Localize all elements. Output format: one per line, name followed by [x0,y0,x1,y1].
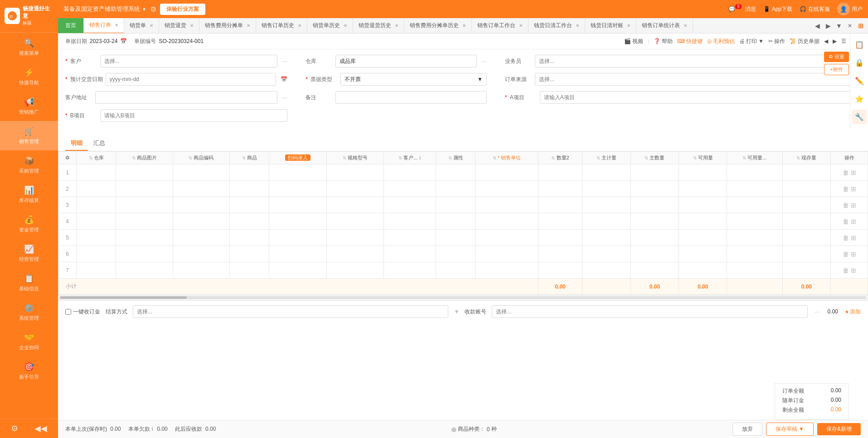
sidebar-settings-icon[interactable]: ⚙ [11,424,18,433]
tab-nav-next[interactable]: ▶ [824,21,833,30]
b-project-input[interactable] [100,109,287,122]
row-warehouse-1[interactable] [77,164,116,181]
address-more-icon[interactable]: ··· [282,94,287,101]
message-item[interactable]: 💬 9 消息 [728,5,756,13]
tab-nav-expand[interactable]: ⊞ [856,21,865,30]
a-project-input[interactable] [540,91,861,104]
sidebar-item-finance[interactable]: 💰 资金管理 [0,209,58,239]
tab-close-icon[interactable]: ✕ [627,23,630,28]
help-btn[interactable]: ❓ 帮助 [654,38,673,45]
calendar2-icon[interactable]: 📅 [281,76,287,82]
tab-close-icon[interactable]: ✕ [576,23,579,28]
settings-action-btn[interactable]: ⚙ 设置 [824,52,849,62]
row-main-unit-1[interactable] [582,164,630,181]
print-dropdown-icon[interactable]: ▼ [758,38,764,44]
tab-nav-menu[interactable]: ▼ [834,21,844,30]
right-panel-btn-2[interactable]: 🔒 [852,55,867,70]
receipt-more-icon[interactable]: ··· [815,308,820,315]
row-spec-1[interactable] [327,164,383,181]
sidebar-item-base[interactable]: 📋 基础信息 [0,268,58,298]
delete-icon-5[interactable]: 🗑 [843,234,849,241]
save-new-button[interactable]: 保存&新增 [817,423,861,435]
tab-order-workbench[interactable]: 销售订单工作台 ✕ [472,18,529,34]
row-available-1[interactable] [679,164,727,181]
note-input[interactable] [335,91,487,104]
row-stock-1[interactable] [782,164,830,181]
shortcut-btn[interactable]: ⌨ 快捷键 [677,38,703,45]
tab-daily-workbench[interactable]: 钱货日清工作台 ✕ [529,18,585,34]
one-click-checkbox-input[interactable] [65,309,71,315]
tab-close-icon[interactable]: ✕ [462,23,466,28]
tab-sales-order[interactable]: 销售订单 ✕ [84,18,124,34]
copy-icon-1[interactable]: ⊞ [851,169,856,176]
right-panel-btn-5[interactable]: 🔧 [852,110,867,124]
save-draft-button[interactable]: 保存草稿 ▼ [766,423,814,436]
customer-input[interactable] [100,55,278,67]
solution-button[interactable]: 体验行业方案 [160,4,205,15]
tab-expense-history[interactable]: 销售费用分摊单历史 ✕ [404,18,472,34]
copy-icon-4[interactable]: ⊞ [851,218,856,225]
tab-sales-return[interactable]: 销货退货 ✕ [159,18,199,34]
customer-more-icon[interactable]: ··· [282,58,287,65]
sidebar-item-purchase[interactable]: 📦 采购管理 [0,150,58,180]
row-code-1[interactable] [173,164,229,181]
save-draft-dropdown-icon[interactable]: ▼ [799,426,804,432]
tab-sales-expense[interactable]: 销售费用分摊单 ✕ [199,18,256,34]
tab-close-icon[interactable]: ✕ [344,23,347,28]
warehouse-input[interactable] [335,55,477,67]
warehouse-more-icon[interactable]: ··· [481,58,487,65]
sidebar-item-quick-nav[interactable]: ⚡ 快捷导航 [0,62,58,91]
row-product-1[interactable] [230,164,269,181]
th-scan[interactable]: 扫码录入 [269,152,327,164]
row-customer-code-1[interactable] [383,164,436,181]
refresh-icon[interactable]: ◎ [451,426,456,433]
sidebar-item-inventory[interactable]: 📊 库存核算 [0,180,58,209]
sidebar-item-collab[interactable]: 🤝 企业协同 [0,327,58,356]
sidebar-item-marketing[interactable]: 📢 营销推广 [0,91,58,121]
tab-summary[interactable]: 汇总 [88,136,111,151]
one-click-payment-checkbox[interactable]: 一键收订金 [65,308,100,316]
tab-close-icon[interactable]: ✕ [298,23,301,28]
add-button[interactable]: ● 添加 [845,308,861,316]
salesperson-input[interactable] [535,55,851,67]
copy-icon-5[interactable]: ⊞ [851,234,856,241]
row-available2-1[interactable] [727,164,782,181]
scrollbar-thumb[interactable] [60,296,187,299]
tab-close-icon[interactable]: ✕ [519,23,523,28]
tab-order-report[interactable]: 销售订单统计表 ✕ [636,18,693,34]
tab-close-icon[interactable]: ✕ [190,23,194,28]
sidebar-item-system[interactable]: ⚙️ 系统管理 [0,298,58,327]
history-btn[interactable]: 📜 历史单据 [790,38,820,45]
delete-icon-6[interactable]: 🗑 [843,250,849,258]
tab-detail[interactable]: 明细 [65,136,88,151]
view-btn[interactable]: 🎬 视频 [624,38,643,45]
tab-order-history[interactable]: 销售订单历史 ✕ [256,18,307,34]
delete-icon-1[interactable]: 🗑 [843,169,849,176]
delete-icon-2[interactable]: 🗑 [843,185,849,193]
delivery-date-input[interactable] [106,73,276,86]
right-panel-btn-4[interactable]: ⭐ [852,91,867,106]
user-item[interactable]: 👤 用户 [837,3,863,15]
app-download-item[interactable]: 📱 App下载 [763,5,792,13]
online-service-item[interactable]: 🎧 在线客服 [800,5,830,13]
sidebar-collapse-icon[interactable]: ◀◀ [34,424,47,433]
row-main-qty-1[interactable] [630,164,679,181]
tab-close-icon[interactable]: ✕ [684,23,687,28]
invoice-select[interactable]: 不开票 ▼ [340,73,487,86]
list-view-btn[interactable]: ☰ [841,38,846,44]
sidebar-item-search[interactable]: 🔍 搜索菜单 [0,33,58,62]
operation-btn[interactable]: ✂ 操作 [768,38,785,45]
right-panel-btn-3[interactable]: ✏️ [852,73,867,88]
nav-next-btn[interactable]: ▶ [833,38,837,44]
tab-return-history[interactable]: 销货退货历史 ✕ [353,18,404,34]
copy-icon-3[interactable]: ⊞ [851,202,856,209]
copy-icon-6[interactable]: ⊞ [851,250,856,258]
delete-icon-3[interactable]: 🗑 [843,202,849,209]
tab-close-icon[interactable]: ✕ [395,23,398,28]
tab-sales-bill[interactable]: 销货单 ✕ [124,18,159,34]
tab-close-icon[interactable]: ✕ [150,23,153,28]
settlement-input[interactable] [133,305,448,318]
th-settings[interactable]: ⚙ [58,152,77,164]
calendar-icon[interactable]: 📅 [120,38,127,44]
discard-button[interactable]: 放弃 [732,423,762,436]
